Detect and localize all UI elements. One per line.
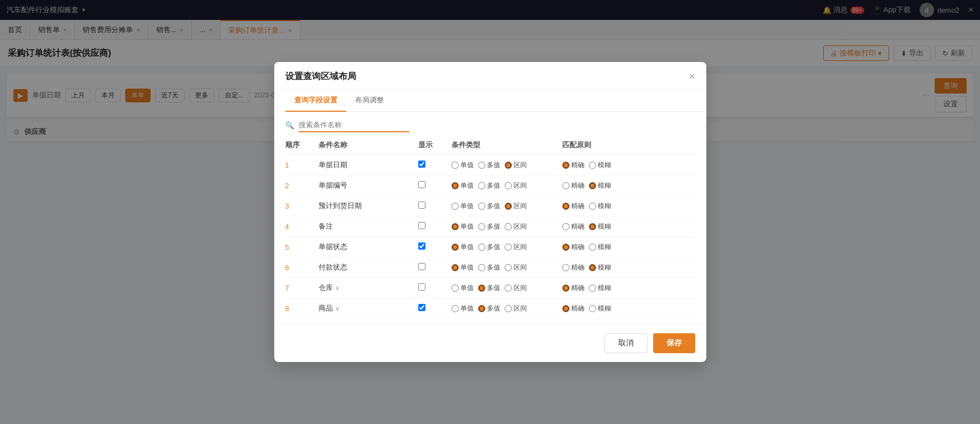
head-display: 显示 <box>418 140 451 148</box>
dialog-search-area: 🔍 <box>274 112 706 136</box>
settings-dialog: 设置查询区域布局 × 查询字段设置 布局调整 🔍 顺序 条件名称 显 <box>274 62 706 148</box>
dialog-overlay: 设置查询区域布局 × 查询字段设置 布局调整 🔍 顺序 条件名称 显 <box>0 0 980 148</box>
dialog-tab-layout[interactable]: 布局调整 <box>346 90 393 112</box>
condition-table: 顺序 条件名称 显示 条件类型 匹配原则 1单据日期单值多值区间精确模糊2单据编… <box>274 136 706 148</box>
head-match: 匹配原则 <box>562 140 662 148</box>
dialog-tabs: 查询字段设置 布局调整 <box>274 90 706 112</box>
head-type: 条件类型 <box>451 140 562 148</box>
dialog-close-button[interactable]: × <box>689 71 695 82</box>
dialog-header: 设置查询区域布局 × <box>274 62 706 90</box>
search-icon: 🔍 <box>285 121 294 130</box>
head-order: 顺序 <box>285 140 319 148</box>
dialog-tab-query-fields[interactable]: 查询字段设置 <box>285 90 346 112</box>
search-input-wrap <box>299 118 409 132</box>
dialog-title: 设置查询区域布局 <box>285 71 356 82</box>
condition-table-head: 顺序 条件名称 显示 条件类型 匹配原则 <box>285 136 695 148</box>
search-input[interactable] <box>299 121 393 129</box>
head-name: 条件名称 <box>319 140 418 148</box>
